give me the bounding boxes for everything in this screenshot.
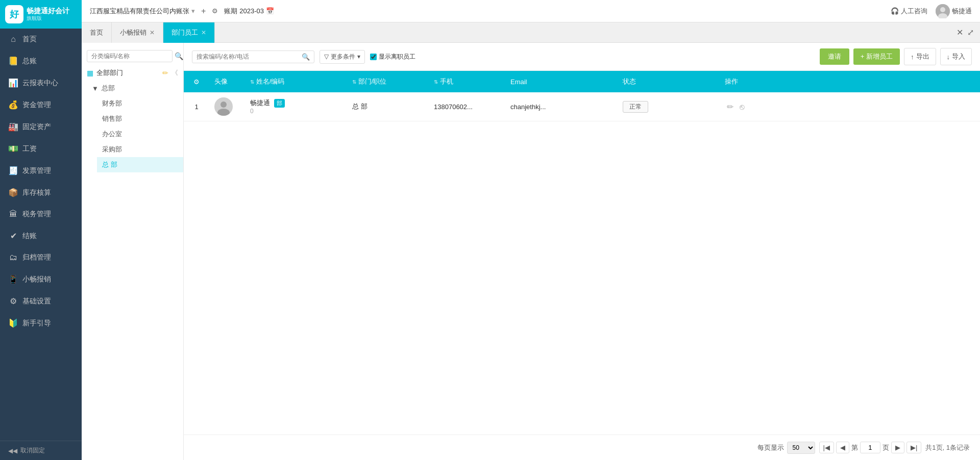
sidebar-item-invoice[interactable]: 🧾 发票管理 (0, 160, 82, 182)
sidebar-item-fund[interactable]: 💰 资金管理 (0, 94, 82, 116)
all-dept-header[interactable]: ▦ 全部部门 ✏ 《 (82, 65, 183, 81)
table-row: 1 (184, 92, 980, 121)
table-body: 1 (184, 92, 980, 121)
sidebar-item-checkout[interactable]: ✔ 结账 (0, 225, 82, 247)
col-dept-position[interactable]: ⇅ 部门/职位 (347, 71, 429, 92)
sidebar-item-salary[interactable]: 💵 工资 (0, 138, 82, 160)
sort-icon: ⇅ (352, 79, 356, 85)
tabs-bar: 首页 小畅报销 ✕ 部门员工 ✕ ✕ ⤢ (82, 22, 980, 43)
pagination-nav: |◀ ◀ 第 页 ▶ ▶| (819, 442, 922, 453)
tab-dept-employee[interactable]: 部门员工 ✕ (163, 22, 215, 43)
close-tab-button[interactable]: ✕ (957, 28, 963, 37)
tab-dept-employee-close-icon[interactable]: ✕ (201, 29, 206, 36)
sort-icon: ⇅ (250, 79, 254, 85)
last-page-button[interactable]: ▶| (906, 442, 921, 453)
search-bar: 🔍 (192, 50, 314, 63)
sidebar-item-tax[interactable]: 🏛 税务管理 (0, 203, 82, 225)
dept-item-label: 总 部 (102, 160, 117, 169)
sidebar-item-archive[interactable]: 🗂 归档管理 (0, 247, 82, 268)
page-input[interactable] (860, 442, 880, 453)
calendar-icon: 📅 (266, 7, 274, 15)
sidebar-item-label: 库存核算 (22, 188, 51, 197)
col-status: 状态 (618, 71, 720, 92)
dept-item-finance[interactable]: 财务部 (97, 96, 183, 111)
dept-item-sales[interactable]: 销售部 (97, 111, 183, 126)
add-employee-button[interactable]: + 新增员工 (853, 48, 900, 65)
add-company-button[interactable]: + (201, 7, 206, 16)
filter-icon: ▽ (324, 53, 329, 60)
sidebar-item-label: 总账 (22, 57, 37, 66)
tab-home[interactable]: 首页 (82, 22, 112, 43)
dept-search-input[interactable] (87, 50, 173, 62)
company-selector[interactable]: 江西服宝精品有限责任公司内账张 ▾ (90, 7, 195, 16)
import-label: 导入 (952, 52, 965, 61)
unpin-button[interactable]: ◀◀ 取消固定 (0, 441, 82, 460)
checkout-icon: ✔ (8, 231, 18, 241)
export-label: 导出 (916, 52, 929, 61)
invite-button[interactable]: 邀请 (820, 48, 849, 65)
fund-icon: 💰 (8, 100, 18, 110)
import-button[interactable]: ↓ 导入 (940, 48, 972, 65)
search-icon[interactable]: 🔍 (302, 53, 310, 61)
company-name: 江西服宝精品有限责任公司内账张 (90, 7, 189, 16)
col-name-code[interactable]: ⇅ 姓名/编码 (245, 71, 347, 92)
export-button[interactable]: ↑ 导出 (904, 48, 936, 65)
sidebar-logo: 好 畅捷通好会计 旗舰版 (0, 0, 82, 29)
service-button[interactable]: 🎧 人工咨询 (891, 7, 927, 16)
sidebar-item-reports[interactable]: 📊 云报表中心 (0, 72, 82, 94)
toolbar: 🔍 ▽ 更多条件 ▾ 显示离职员工 邀请 + 新增员工 ↑ 导出 (184, 43, 980, 71)
col-actions: 操作 (720, 71, 980, 92)
employee-table: ⚙ 头像 ⇅ 姓名/编码 ⇅ 部门/职位 (184, 71, 980, 121)
sidebar-item-guide[interactable]: 🔰 新手引导 (0, 312, 82, 334)
user-menu[interactable]: 畅捷通 (936, 4, 972, 18)
dept-item-label: 采购部 (102, 145, 122, 154)
dept-item-general[interactable]: 总 部 (97, 157, 183, 172)
sidebar-item-inventory[interactable]: 📦 库存核算 (0, 182, 82, 203)
row-dept: 总 部 (347, 92, 429, 121)
sidebar: 好 畅捷通好会计 旗舰版 ⌂ 首页 📒 总账 📊 云报表中心 💰 资金管理 🏭 … (0, 0, 82, 460)
row-avatar (209, 92, 245, 121)
sidebar-item-fixed-assets[interactable]: 🏭 固定资产 (0, 116, 82, 138)
filter-button[interactable]: ▽ 更多条件 ▾ (320, 50, 365, 64)
sidebar-item-xiaochang[interactable]: 📱 小畅报销 (0, 268, 82, 290)
delete-button[interactable]: ⎋ (740, 103, 745, 111)
show-resigned-checkbox[interactable] (370, 54, 377, 60)
dept-collapse-icon[interactable]: 《 (172, 68, 178, 78)
xiaochang-icon: 📱 (8, 274, 18, 284)
grid-icon: ▦ (87, 69, 93, 77)
expand-tab-button[interactable]: ⤢ (967, 28, 974, 37)
per-page-select[interactable]: 50 10 20 100 (787, 442, 815, 454)
sidebar-item-settings[interactable]: ⚙ 基础设置 (0, 290, 82, 312)
dept-search-bar: 🔍 (82, 47, 183, 65)
fixed-assets-icon: 🏭 (8, 122, 18, 132)
first-page-button[interactable]: |◀ (819, 442, 834, 453)
show-resigned-label[interactable]: 显示离职员工 (370, 53, 415, 61)
dept-item-root[interactable]: ▼ 总部 (87, 81, 183, 96)
dept-item-label: 销售部 (102, 114, 122, 123)
search-input[interactable] (197, 53, 300, 60)
tax-icon: 🏛 (8, 210, 18, 219)
dept-search-icon[interactable]: 🔍 (175, 52, 183, 60)
chevron-down-icon: ▾ (357, 53, 360, 60)
next-page-button[interactable]: ▶ (891, 442, 904, 453)
dept-item-purchase[interactable]: 采购部 (97, 142, 183, 157)
headset-icon: 🎧 (891, 7, 899, 15)
edit-button[interactable]: ✏ (727, 103, 733, 111)
main-area: 江西服宝精品有限责任公司内账张 ▾ + ⚙ 账期 2023-03 📅 🎧 人工咨… (82, 0, 980, 460)
reports-icon: 📊 (8, 78, 18, 88)
sidebar-item-home[interactable]: ⌂ 首页 (0, 29, 82, 50)
tab-xiaochang-close-icon[interactable]: ✕ (150, 29, 155, 36)
dept-item-office[interactable]: 办公室 (97, 126, 183, 142)
settings-icon: ⚙ (193, 78, 200, 86)
settings-icon: ⚙ (8, 296, 18, 306)
prev-page-button[interactable]: ◀ (836, 442, 849, 453)
dept-panel: 🔍 ▦ 全部部门 ✏ 《 ▼ 总部 财务部 销售部 (82, 43, 184, 460)
topbar-settings-icon[interactable]: ⚙ (212, 7, 218, 15)
col-phone[interactable]: ⇅ 手机 (429, 71, 505, 92)
sidebar-item-ledger[interactable]: 📒 总账 (0, 50, 82, 72)
expand-icon: ▼ (92, 85, 99, 92)
dept-edit-icon[interactable]: ✏ (162, 69, 168, 77)
col-settings[interactable]: ⚙ (184, 71, 209, 92)
tab-xiaochang[interactable]: 小畅报销 ✕ (112, 22, 163, 43)
sidebar-item-label: 首页 (22, 35, 37, 44)
